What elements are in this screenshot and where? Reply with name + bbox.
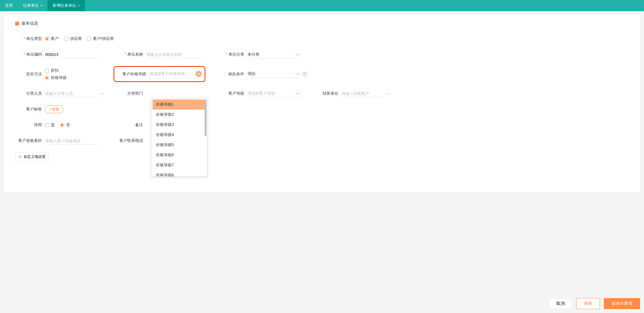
payment-terms-label: 收款条件	[228, 72, 244, 76]
settlement-unit-label: 结算单位	[323, 91, 338, 96]
more-icon[interactable]: ···	[100, 91, 104, 96]
dropdown-item[interactable]: 价格等级5	[153, 140, 206, 150]
radio-disabled-yes[interactable]: 是	[45, 123, 55, 128]
radio-both[interactable]: 客户/供应商	[87, 36, 114, 41]
responsible-person-label: 分管人员	[26, 91, 42, 96]
chevron-up-icon	[196, 71, 202, 77]
contact-phone-label: 客户联系电话	[119, 138, 143, 143]
close-icon[interactable]: ×	[40, 4, 42, 8]
form-page: 基本信息 *单位类型 客户 供应商 客户/供应商 *单位编码 *单位名称 *单位…	[4, 15, 640, 192]
scrollbar[interactable]	[205, 99, 207, 175]
gear-icon	[18, 155, 22, 159]
unit-code-input[interactable]	[45, 51, 98, 58]
help-icon[interactable]: ?	[303, 72, 307, 76]
radio-price-level[interactable]: 价格等级	[45, 75, 67, 80]
unit-category-select[interactable]: 未分类	[247, 51, 300, 58]
disabled-label: 停用	[34, 123, 42, 127]
tab-bar: 首页 往来单位× 新增往来单位×	[0, 0, 644, 11]
radio-supplier[interactable]: 供应商	[64, 36, 82, 41]
dropdown-item[interactable]: 价格等级3	[153, 120, 206, 130]
radio-customer[interactable]: 客户	[45, 36, 59, 41]
customer-level-select[interactable]: 请选择客户等级	[247, 90, 300, 97]
tab-contacts[interactable]: 往来单位×	[18, 0, 47, 11]
unit-name-input[interactable]	[146, 51, 202, 58]
boss-pref-input[interactable]	[45, 137, 98, 144]
payment-terms-select[interactable]: 现结	[247, 70, 300, 78]
unit-type-label: 单位类型	[26, 36, 42, 41]
section-icon	[15, 22, 19, 26]
settlement-unit-input[interactable]	[341, 90, 383, 97]
add-tag-button[interactable]: + 标签	[45, 105, 64, 113]
radio-discount[interactable]: 折扣	[45, 68, 67, 73]
unit-type-radios: 客户 供应商 客户/供应商	[45, 36, 114, 41]
unit-category-label: 单位分类	[228, 52, 244, 56]
dropdown-item[interactable]: 价格等级1	[153, 99, 206, 110]
unit-code-label: 单位编码	[26, 52, 42, 56]
section-title: 基本信息	[15, 21, 629, 26]
pricing-method-label: 定价方法	[26, 72, 42, 76]
boss-pref-label: 客户老板喜好	[18, 138, 42, 143]
svg-point-0	[20, 156, 21, 157]
tab-home[interactable]: 首页	[0, 0, 18, 11]
custom-fields-button[interactable]: 自定义项设置	[15, 152, 49, 161]
customer-level-label: 客户等级	[228, 91, 244, 96]
chevron-down-icon	[296, 92, 300, 96]
chevron-down-icon	[296, 72, 300, 76]
dropdown-item[interactable]: 价格等级7	[153, 160, 206, 170]
price-level-select[interactable]: 请选择客户价格等级	[149, 70, 202, 78]
close-icon[interactable]: ×	[78, 4, 80, 8]
chevron-down-icon	[296, 53, 300, 56]
dropdown-item[interactable]: 价格等级6	[153, 150, 206, 160]
remark-label: 备注	[135, 123, 143, 127]
price-level-highlight: 客户价格等级 请选择客户价格等级	[114, 66, 205, 82]
price-level-dropdown: 价格等级1 价格等级2 价格等级3 价格等级4 价格等级5 价格等级6 价格等级…	[151, 98, 207, 177]
more-icon[interactable]: ···	[385, 91, 389, 96]
dropdown-item[interactable]: 价格等级8	[153, 170, 206, 177]
customer-tag-label: 客户标签	[26, 107, 42, 111]
dropdown-item[interactable]: 价格等级2	[153, 110, 206, 120]
section-title-text: 基本信息	[21, 21, 38, 26]
price-level-label: 客户价格等级	[123, 72, 146, 76]
tab-add-contact[interactable]: 新增往来单位×	[47, 0, 85, 11]
responsible-dept-label: 分管部门	[127, 91, 143, 96]
unit-name-label: 单位名称	[127, 52, 143, 56]
radio-disabled-no[interactable]: 否	[60, 123, 70, 128]
responsible-person-input[interactable]	[45, 90, 98, 97]
dropdown-item[interactable]: 价格等级4	[153, 130, 206, 140]
